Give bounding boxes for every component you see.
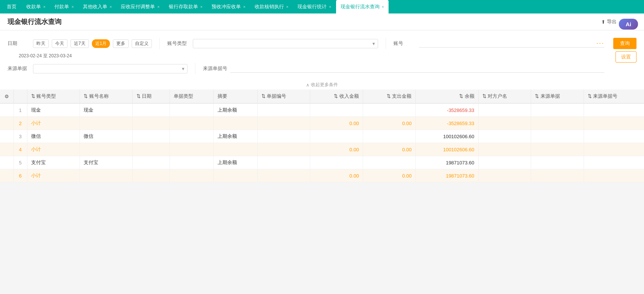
row-gear bbox=[0, 130, 14, 143]
row-num: 5 bbox=[14, 156, 27, 169]
row-num: 4 bbox=[14, 143, 27, 156]
close-icon-1[interactable]: × bbox=[71, 4, 74, 9]
account-filter-group: 账号 ··· bbox=[393, 39, 604, 48]
row-account-type: 微信 bbox=[27, 130, 80, 143]
near1m-btn[interactable]: 近1月 bbox=[92, 39, 110, 48]
close-icon-3[interactable]: × bbox=[157, 4, 159, 9]
today-btn[interactable]: 今天 bbox=[52, 39, 68, 48]
close-icon-0[interactable]: × bbox=[43, 4, 45, 9]
row-balance: -3528659.33 bbox=[416, 103, 478, 117]
row-doc-no bbox=[257, 130, 310, 143]
source-doc-filter-group: 来源单据 bbox=[8, 64, 188, 73]
row-balance: 19871073.60 bbox=[416, 156, 478, 169]
row-account-name: 微信 bbox=[80, 130, 133, 143]
nav-tab-4[interactable]: 银行存取款单 × bbox=[164, 0, 207, 13]
date-shortcuts: 昨天 今天 近7天 近1月 更多 自定义 bbox=[33, 39, 152, 48]
close-icon-6[interactable]: × bbox=[286, 4, 288, 9]
row-source-doc bbox=[531, 117, 584, 130]
table-body: 1 现金 现金 上期余额 -3528659.33 2 小计 0.00 0.00 … bbox=[0, 103, 644, 182]
source-doc-num-input[interactable] bbox=[230, 64, 604, 72]
num-column-header bbox=[14, 90, 27, 103]
gear-column-header[interactable]: ⚙ bbox=[0, 90, 14, 103]
row-doc-no bbox=[257, 143, 310, 156]
row-date bbox=[132, 117, 170, 130]
date-filter-group: 日期 昨天 今天 近7天 近1月 更多 自定义 bbox=[8, 39, 152, 48]
row-source-doc-no bbox=[584, 130, 644, 143]
row-doc-type bbox=[170, 103, 213, 117]
row-balance: 19871073.60 bbox=[416, 169, 478, 182]
row-account-name bbox=[80, 169, 133, 182]
ai-button[interactable]: Ai bbox=[619, 19, 638, 30]
row-balance: 100102606.60 bbox=[416, 130, 478, 143]
row-source-doc bbox=[531, 103, 584, 117]
nav-tab-7[interactable]: 现金银行统计 × bbox=[293, 0, 336, 13]
doc-type-column-header: 单据类型 bbox=[170, 90, 213, 103]
account-name-column-header[interactable]: ⇅ 账号名称 bbox=[80, 90, 133, 103]
account-label: 账号 bbox=[393, 40, 416, 47]
row-gear bbox=[0, 156, 14, 169]
main-table: ⚙ ⇅ 账号类型 ⇅ 账号名称 ⇅ 日期 单据类型 摘要 ⇅ 单据编号 ⇅ 收入… bbox=[0, 90, 644, 182]
nav-tab-2[interactable]: 其他收入单 × bbox=[78, 0, 116, 13]
filter-section: 日期 昨天 今天 近7天 近1月 更多 自定义 账号类型 bbox=[0, 30, 644, 90]
row-source-doc bbox=[531, 143, 584, 156]
row-summary: 上期余额 bbox=[213, 156, 257, 169]
row-doc-no bbox=[257, 103, 310, 117]
close-icon-4[interactable]: × bbox=[200, 4, 203, 9]
account-input[interactable] bbox=[419, 39, 596, 47]
source-doc-column-header[interactable]: ⇅ 来源单据 bbox=[531, 90, 584, 103]
row-income bbox=[310, 156, 363, 169]
row-income: 0.00 bbox=[310, 117, 363, 130]
row-num: 2 bbox=[14, 117, 27, 130]
close-icon-8[interactable]: × bbox=[382, 4, 384, 9]
row-doc-type bbox=[170, 117, 213, 130]
close-icon-7[interactable]: × bbox=[329, 4, 331, 9]
income-column-header[interactable]: ⇅ 收入金额 bbox=[310, 90, 363, 103]
row-summary bbox=[213, 143, 257, 156]
row-doc-type bbox=[170, 169, 213, 182]
query-button[interactable]: 查询 bbox=[613, 38, 636, 49]
date-range-display: 2023-02-24 至 2023-03-24 bbox=[19, 53, 72, 58]
more-btn[interactable]: 更多 bbox=[113, 39, 129, 48]
date-label: 日期 bbox=[8, 40, 30, 47]
row-source-doc bbox=[531, 130, 584, 143]
custom-btn[interactable]: 自定义 bbox=[132, 39, 152, 48]
nav-tab-6[interactable]: 收款核销执行 × bbox=[250, 0, 293, 13]
counterparty-column-header[interactable]: ⇅ 对方户名 bbox=[478, 90, 531, 103]
account-type-select[interactable] bbox=[193, 39, 378, 48]
nav-tab-5[interactable]: 预收冲应收单 × bbox=[207, 0, 250, 13]
nav-tab-3[interactable]: 应收应付调整单 × bbox=[116, 0, 164, 13]
row-date bbox=[132, 103, 170, 117]
page-header: 现金银行流水查询 ⬆ 导出 ↻ 刷新 bbox=[0, 13, 644, 30]
yesterday-btn[interactable]: 昨天 bbox=[33, 39, 49, 48]
source-doc-select[interactable] bbox=[33, 64, 188, 73]
nav-tab-0[interactable]: 收款单 × bbox=[22, 0, 50, 13]
account-type-column-header[interactable]: ⇅ 账号类型 bbox=[27, 90, 80, 103]
nav-tab-8[interactable]: 现金银行流水查询 × bbox=[336, 0, 389, 13]
table-row: 6 小计 0.00 0.00 19871073.60 bbox=[0, 169, 644, 182]
doc-no-column-header[interactable]: ⇅ 单据编号 bbox=[257, 90, 310, 103]
row-gear bbox=[0, 169, 14, 182]
row-account-name bbox=[80, 143, 133, 156]
expense-column-header[interactable]: ⇅ 支出金额 bbox=[363, 90, 416, 103]
row-counterparty bbox=[478, 117, 531, 130]
close-icon-5[interactable]: × bbox=[243, 4, 245, 9]
row-account-type: 小计 bbox=[27, 169, 80, 182]
account-dots-button[interactable]: ··· bbox=[596, 39, 604, 47]
nav-tab-1[interactable]: 付款单 × bbox=[50, 0, 78, 13]
balance-column-header[interactable]: ⇅ 余额 bbox=[416, 90, 478, 103]
table-row: 5 支付宝 支付宝 上期余额 19871073.60 bbox=[0, 156, 644, 169]
collapse-bar[interactable]: ∧ 收起更多条件 bbox=[8, 80, 636, 90]
row-expense bbox=[363, 130, 416, 143]
date-column-header[interactable]: ⇅ 日期 bbox=[132, 90, 170, 103]
source-doc-no-column-header[interactable]: ⇅ 来源单据号 bbox=[584, 90, 644, 103]
source-doc-num-label: 来源单据号 bbox=[203, 65, 227, 72]
row-gear bbox=[0, 103, 14, 117]
close-icon-2[interactable]: × bbox=[110, 4, 112, 9]
nav-home[interactable]: 首页 bbox=[2, 0, 22, 13]
settings-button[interactable]: 设置 bbox=[615, 51, 636, 63]
row-balance: 100102606.60 bbox=[416, 143, 478, 156]
export-button[interactable]: ⬆ 导出 bbox=[601, 18, 617, 25]
row-date bbox=[132, 130, 170, 143]
near7-btn[interactable]: 近7天 bbox=[71, 39, 89, 48]
row-summary bbox=[213, 169, 257, 182]
